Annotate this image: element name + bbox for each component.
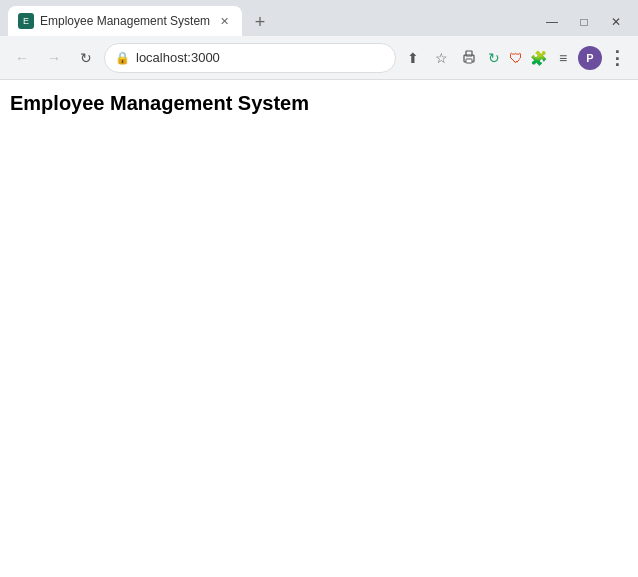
address-bar[interactable]: 🔒 [104, 43, 396, 73]
forward-button[interactable]: → [40, 44, 68, 72]
profile-icon[interactable]: P [578, 46, 602, 70]
extension-puzzle-button[interactable]: 🧩 [528, 48, 548, 68]
minimize-button[interactable]: — [538, 12, 566, 32]
extension-shield-button[interactable]: 🛡 [506, 48, 526, 68]
bookmark-button[interactable]: ☆ [428, 45, 454, 71]
maximize-button[interactable]: □ [570, 12, 598, 32]
svg-rect-2 [466, 59, 472, 63]
window-controls: — □ ✕ [538, 12, 630, 36]
extension-green-button[interactable]: ↻ [484, 48, 504, 68]
page-content: Employee Management System [0, 80, 638, 577]
page-heading: Employee Management System [10, 92, 628, 115]
nav-actions: ⬆ ☆ ↻ 🛡 🧩 ≡ P ⋮ [400, 45, 630, 71]
lock-icon: 🔒 [115, 51, 130, 65]
title-bar: E Employee Management System ✕ + — □ ✕ [0, 0, 638, 36]
navigation-bar: ← → ↻ 🔒 ⬆ ☆ ↻ 🛡 🧩 ≡ P ⋮ [0, 36, 638, 80]
address-input[interactable] [136, 50, 385, 65]
tab-title: Employee Management System [40, 14, 210, 28]
tab-favicon: E [18, 13, 34, 29]
print-button[interactable] [456, 45, 482, 71]
close-window-button[interactable]: ✕ [602, 12, 630, 32]
menu-button[interactable]: ⋮ [604, 45, 630, 71]
extension-other-button[interactable]: ≡ [550, 45, 576, 71]
refresh-button[interactable]: ↻ [72, 44, 100, 72]
tab-close-button[interactable]: ✕ [216, 13, 232, 29]
active-tab[interactable]: E Employee Management System ✕ [8, 6, 242, 36]
back-button[interactable]: ← [8, 44, 36, 72]
browser-window: E Employee Management System ✕ + — □ ✕ ←… [0, 0, 638, 577]
new-tab-button[interactable]: + [246, 8, 274, 36]
share-button[interactable]: ⬆ [400, 45, 426, 71]
tab-bar: E Employee Management System ✕ + [8, 0, 538, 36]
